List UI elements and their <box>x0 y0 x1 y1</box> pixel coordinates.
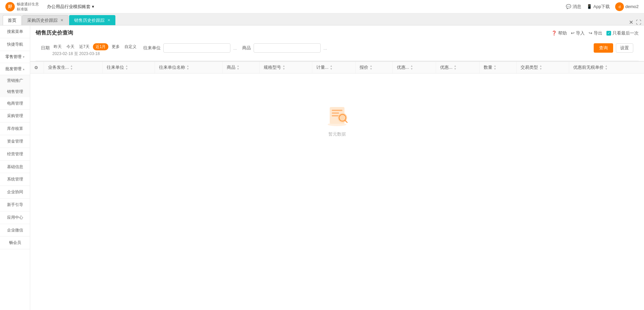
page-title: 销售历史价查询 <box>36 30 73 37</box>
date-range-display: 2023-02-18 至 2023-03-18 <box>52 51 138 57</box>
tab-sales[interactable]: 销售历史价跟踪 ✕ <box>69 15 115 25</box>
svg-rect-2 <box>332 110 342 111</box>
col-discount1[interactable]: 优惠... ▲▼ <box>392 62 436 73</box>
sort-icons-partner: ▲▼ <box>125 65 128 70</box>
sort-icons-discount2: ▲▼ <box>454 65 457 70</box>
empty-text: 暂元数据 <box>328 131 346 137</box>
tab-bar: 首页 采购历史价跟踪 ✕ 销售历史价跟踪 ✕ ✕ ⛶ <box>0 13 644 25</box>
col-unit[interactable]: 计量... ▲▼ <box>312 62 356 73</box>
basic-info-label: 基础信息 <box>7 164 23 170</box>
goods-input[interactable] <box>254 43 321 53</box>
sidebar-item-wechat[interactable]: 企业微信 <box>0 224 30 237</box>
col-pretax-price[interactable]: 优惠前无税单价 ▲▼ <box>569 62 644 73</box>
sidebar-item-operations[interactable]: 经营管理 <box>0 148 30 161</box>
logo-area: 好 畅捷通好生意 标准版 <box>5 2 39 11</box>
sidebar-item-inventory[interactable]: 库存核算 <box>0 122 30 135</box>
user-profile[interactable]: d demo2 <box>615 2 639 11</box>
sidebar-item-newbie[interactable]: 新手引导 <box>0 199 30 211</box>
wechat-label: 企业微信 <box>7 227 23 233</box>
import-action[interactable]: ↩ 导入 <box>571 30 585 36</box>
query-button[interactable]: 查询 <box>594 43 613 53</box>
tab-purchase[interactable]: 采购历史价跟踪 ✕ <box>22 15 68 25</box>
date-btn-1month[interactable]: 近1月 <box>93 43 109 50</box>
main-layout: 搜索菜单 快捷导航 零售管理 ▾ 批发管理 ▴ 营销推广 销售管理 电商管理 采… <box>0 25 644 310</box>
finance-label: 资金管理 <box>7 139 23 144</box>
sales-mgmt-label: 销售管理 <box>7 89 23 95</box>
col-partner[interactable]: 往来单位 ▲▼ <box>102 62 155 73</box>
sort-icons-pretax: ▲▼ <box>605 65 608 70</box>
sidebar-item-purchase[interactable]: 采购管理 <box>0 110 30 122</box>
partner-filter-group: 往来单位 ... <box>143 43 237 53</box>
col-spec[interactable]: 规格型号 ▲▼ <box>260 62 312 73</box>
wholesale-label: 批发管理 <box>5 66 21 72</box>
sidebar-item-search[interactable]: 搜索菜单 <box>0 25 30 38</box>
page-header: 销售历史价查询 ❓ 帮助 ↩ 导入 ↪ 导出 ✓ <box>30 25 644 61</box>
date-btn-7days[interactable]: 近7天 <box>78 43 91 50</box>
sidebar-item-system[interactable]: 系统管理 <box>0 173 30 186</box>
tab-sales-label: 销售历史价跟踪 <box>74 17 105 23</box>
sidebar-item-enterprise[interactable]: 企业协同 <box>0 186 30 199</box>
date-btn-custom[interactable]: 自定义 <box>123 43 138 50</box>
date-filters: 昨天 今天 近7天 近1月 更多 自定义 2023-02-18 至 2023-0… <box>52 43 138 57</box>
page-title-row: 销售历史价查询 ❓ 帮助 ↩ 导入 ↪ 导出 ✓ <box>36 30 639 37</box>
sort-icons-discount1: ▲▼ <box>411 65 413 70</box>
col-trade-type[interactable]: 交易类型 ▲▼ <box>517 62 569 73</box>
sort-icons-unit: ▲▼ <box>330 65 332 70</box>
only-last-checkbox[interactable]: ✓ <box>606 31 611 36</box>
sidebar-item-wholesale[interactable]: 批发管理 ▴ <box>0 63 30 75</box>
sidebar-item-basic-info[interactable]: 基础信息 <box>0 161 30 173</box>
partner-input[interactable] <box>163 43 230 53</box>
tab-home[interactable]: 首页 <box>3 15 21 25</box>
col-discount2[interactable]: 优惠... ▲▼ <box>436 62 480 73</box>
col-goods[interactable]: 商品 ▲▼ <box>222 62 260 73</box>
tab-bar-right: ✕ ⛶ <box>629 20 641 25</box>
col-qty[interactable]: 数量 ▲▼ <box>479 62 517 73</box>
import-icon: ↩ <box>571 31 575 36</box>
sidebar-item-member[interactable]: 畅会员 <box>0 237 30 249</box>
message-icon: 💬 <box>566 4 571 9</box>
date-label: 日期 <box>41 43 50 53</box>
date-btn-more[interactable]: 更多 <box>110 43 121 50</box>
settings-button[interactable]: 设置 <box>616 43 633 53</box>
sidebar-item-quick-nav[interactable]: 快捷导航 <box>0 38 30 51</box>
tab-purchase-close[interactable]: ✕ <box>60 18 63 22</box>
app-download-icon: 📱 <box>587 4 592 9</box>
sidebar-item-sales-mgmt[interactable]: 销售管理 <box>0 86 30 97</box>
date-quick-btns: 昨天 今天 近7天 近1月 更多 自定义 <box>52 43 138 50</box>
app-download-action[interactable]: 📱 App下载 <box>587 4 610 10</box>
enterprise-label: 企业协同 <box>7 189 23 195</box>
export-action[interactable]: ↪ 导出 <box>589 30 602 36</box>
retail-label: 零售管理 <box>5 54 21 60</box>
data-table: ⚙ 业务发生... ▲▼ 往来单位 ▲▼ <box>30 62 644 73</box>
col-partner-name[interactable]: 往来单位名称 ▲▼ <box>155 62 222 73</box>
sidebar-item-ecommerce[interactable]: 电商管理 <box>0 97 30 110</box>
col-price[interactable]: 报价 ▲▼ <box>356 62 393 73</box>
sidebar-item-marketing[interactable]: 营销推广 <box>0 75 30 86</box>
table-settings-col[interactable]: ⚙ <box>30 62 44 73</box>
system-label: 系统管理 <box>7 176 23 182</box>
col-date[interactable]: 业务发生... ▲▼ <box>44 62 102 73</box>
sort-icons-date: ▲▼ <box>70 65 73 70</box>
date-filter-group: 日期 昨天 今天 近7天 近1月 更多 自定义 2023-02-18 至 202… <box>41 43 138 57</box>
sidebar-item-retail[interactable]: 零售管理 ▾ <box>0 51 30 63</box>
retail-arrow: ▾ <box>23 55 24 59</box>
svg-rect-3 <box>332 112 339 114</box>
tab-sales-close[interactable]: ✕ <box>107 18 110 22</box>
date-btn-today[interactable]: 今天 <box>65 43 76 50</box>
page-actions: ❓ 帮助 ↩ 导入 ↪ 导出 ✓ 只看最后一次 <box>551 30 639 36</box>
message-action[interactable]: 💬 消息 <box>566 4 581 10</box>
operations-label: 经营管理 <box>7 151 23 157</box>
goods-dots[interactable]: ... <box>323 46 327 51</box>
sort-icons-spec: ▲▼ <box>282 65 285 70</box>
workspace-selector[interactable]: 办公用品行业模拟账套 ▾ <box>47 4 94 10</box>
filter-action-group: 查询 设置 <box>594 43 633 53</box>
help-icon: ❓ <box>551 31 557 36</box>
tab-close-all-icon[interactable]: ✕ <box>629 20 633 25</box>
partner-dots[interactable]: ... <box>233 46 237 51</box>
help-action[interactable]: ❓ 帮助 <box>551 30 567 36</box>
empty-state: 暂元数据 <box>30 73 644 164</box>
sidebar-item-finance[interactable]: 资金管理 <box>0 135 30 148</box>
date-btn-yesterday[interactable]: 昨天 <box>52 43 63 50</box>
tab-expand-icon[interactable]: ⛶ <box>636 20 641 25</box>
sidebar-item-app-center[interactable]: 应用中心 <box>0 211 30 224</box>
